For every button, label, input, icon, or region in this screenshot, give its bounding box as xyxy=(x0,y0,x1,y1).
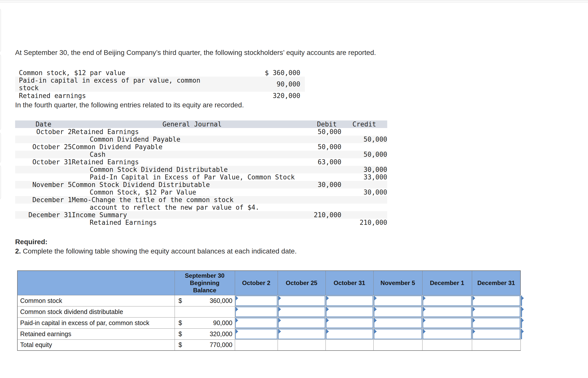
journal-account: Common Stock Dividend Distributable xyxy=(72,166,312,173)
top-divider-bar xyxy=(0,0,588,3)
cell-marker-icon xyxy=(326,318,329,325)
balance-input-r2c3[interactable] xyxy=(326,307,373,317)
balance-input-r2c5[interactable] xyxy=(423,307,472,317)
balance-header-row: September 30 Beginning BalanceOctober 2O… xyxy=(17,271,520,295)
journal-date xyxy=(15,219,72,226)
balance-cell xyxy=(235,295,278,306)
journal-credit: 33,000 xyxy=(341,173,387,181)
balance-input-r3c2[interactable] xyxy=(278,318,325,328)
cell-marker-icon xyxy=(423,318,426,325)
balance-input-r4c5[interactable] xyxy=(423,329,472,339)
balance-cell xyxy=(422,328,472,339)
balance-input-r1c5[interactable] xyxy=(423,296,472,306)
balance-input-r1c4[interactable] xyxy=(374,296,422,306)
general-journal-table: Date General Journal Debit Credit Octobe… xyxy=(15,120,387,226)
balance-cell xyxy=(325,339,373,351)
journal-credit: 30,000 xyxy=(341,166,387,173)
equity-label: Retained earnings xyxy=(15,92,214,100)
equity-label: Common stock, $12 par value xyxy=(15,69,214,77)
balance-input-r4c1[interactable] xyxy=(235,329,277,339)
journal-header-debit: Debit xyxy=(312,120,341,128)
balance-cell xyxy=(373,328,422,339)
balance-input-r1c7[interactable] xyxy=(521,296,522,306)
journal-row: October 25Common Dividend Payable50,000 xyxy=(15,143,387,151)
journal-account: account to reflect the new par value of … xyxy=(72,204,312,211)
balance-input-r3c7[interactable] xyxy=(521,318,522,328)
balance-cell xyxy=(422,339,472,351)
balance-input-r3c5[interactable] xyxy=(423,318,472,328)
journal-row: account to reflect the new par value of … xyxy=(15,204,387,211)
balance-row-label: Common stock xyxy=(17,295,175,306)
journal-account: Memo-Change the title of the common stoc… xyxy=(72,196,312,204)
beginning-amount: $360,000 xyxy=(175,295,235,306)
balance-col-header: October 31 xyxy=(325,271,373,295)
dollar-sign: $ xyxy=(179,341,182,349)
equity-value: 90,000 xyxy=(214,77,305,92)
journal-debit xyxy=(312,196,341,204)
balance-input-r3c4[interactable] xyxy=(374,318,422,328)
balance-input-r2c2[interactable] xyxy=(278,307,325,317)
journal-date: October 31 xyxy=(15,158,72,166)
balance-input-r1c1[interactable] xyxy=(235,296,277,306)
balance-beginning-cell xyxy=(175,306,235,317)
balance-cell xyxy=(373,317,422,328)
beginning-value: 360,000 xyxy=(210,297,232,304)
cell-marker-icon xyxy=(326,307,329,314)
beginning-amount: $770,000 xyxy=(175,340,235,351)
balance-input-r4c6[interactable] xyxy=(472,329,520,339)
balance-input-r2c4[interactable] xyxy=(374,307,422,317)
journal-debit: 30,000 xyxy=(312,181,341,188)
balance-cell xyxy=(472,295,520,306)
balance-input-r1c3[interactable] xyxy=(326,296,373,306)
journal-row: Common Dividend Payable50,000 xyxy=(15,136,387,143)
required-number: 2. xyxy=(15,247,21,255)
balance-row-label: Retained earnings xyxy=(17,328,175,339)
balance-cell xyxy=(472,317,520,328)
dollar-sign: $ xyxy=(179,297,182,304)
balance-input-r3c6[interactable] xyxy=(472,318,520,328)
balance-input-r2c6[interactable] xyxy=(472,307,520,317)
balance-input-r4c3[interactable] xyxy=(326,329,373,339)
balance-input-r3c1[interactable] xyxy=(235,318,277,328)
beginning-value: 770,000 xyxy=(210,341,232,349)
cell-marker-icon xyxy=(521,329,524,336)
journal-row: Cash50,000 xyxy=(15,151,387,158)
cell-marker-icon xyxy=(374,318,377,325)
journal-row: October 31Retained Earnings63,000 xyxy=(15,158,387,166)
balance-input-r4c2[interactable] xyxy=(278,329,325,339)
balance-input-r2c1[interactable] xyxy=(235,307,277,317)
journal-date xyxy=(15,166,72,173)
balance-cell xyxy=(235,306,278,317)
journal-account: Cash xyxy=(72,151,312,158)
journal-date: November 5 xyxy=(15,181,72,188)
journal-header-row: Date General Journal Debit Credit xyxy=(15,120,387,128)
journal-debit: 63,000 xyxy=(312,158,341,166)
balance-cell xyxy=(373,295,422,306)
journal-credit xyxy=(341,204,387,211)
balance-input-r4c7[interactable] xyxy=(521,329,522,339)
balance-cell xyxy=(235,317,278,328)
balance-col-header: October 2 xyxy=(235,271,278,295)
journal-account: Income Summary xyxy=(72,211,312,219)
dollar-sign: $ xyxy=(179,330,182,338)
journal-credit: 50,000 xyxy=(341,136,387,143)
journal-credit: 210,000 xyxy=(341,219,387,226)
balance-input-r1c6[interactable] xyxy=(472,296,520,306)
journal-header-account: General Journal xyxy=(72,120,312,128)
balance-cell xyxy=(422,306,472,317)
beginning-value: 90,000 xyxy=(213,319,232,327)
balance-cell xyxy=(373,306,422,317)
equity-value: $ 360,000 xyxy=(214,69,305,77)
balance-input-r3c3[interactable] xyxy=(326,318,373,328)
balance-col-header: September 30 Beginning Balance xyxy=(175,271,235,295)
cell-marker-icon xyxy=(521,307,524,314)
balance-beginning-cell: $320,000 xyxy=(175,328,235,339)
journal-debit xyxy=(312,166,341,173)
balance-input-r4c4[interactable] xyxy=(374,329,422,339)
balance-input-r2c7[interactable] xyxy=(521,307,522,317)
journal-date: October 2 xyxy=(15,128,72,136)
journal-account: Common Dividend Payable xyxy=(72,143,312,151)
journal-row: December 31Income Summary210,000 xyxy=(15,211,387,219)
balance-input-r1c2[interactable] xyxy=(278,296,325,306)
equity-label: Paid-in capital in excess of par value, … xyxy=(15,77,214,92)
